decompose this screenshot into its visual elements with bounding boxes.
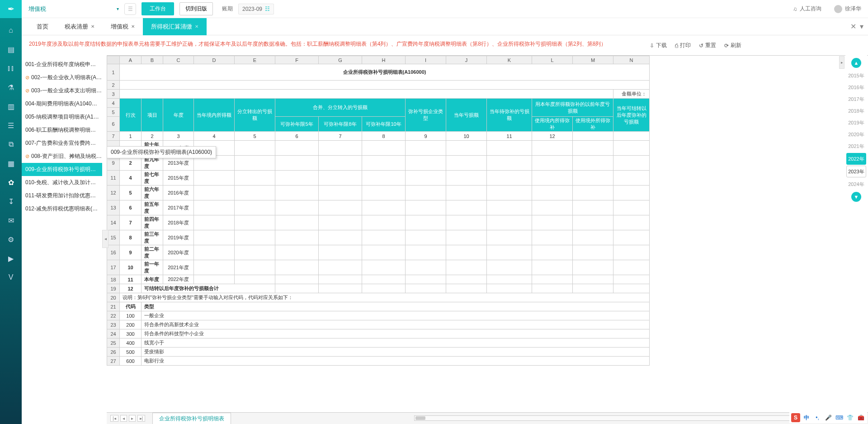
year-item-current[interactable]: 2023年 xyxy=(846,166,866,177)
history-button[interactable]: ☰ xyxy=(124,3,136,15)
sheet-first[interactable]: |◂ xyxy=(110,415,118,422)
year-item[interactable]: 2017年 xyxy=(846,93,866,105)
tab-税表清册[interactable]: 税表清册✕ xyxy=(57,18,103,35)
home-icon[interactable]: ⌂ xyxy=(5,25,16,36)
tree-item[interactable]: 007-广告费和业务宣传费跨… xyxy=(22,137,102,150)
ime-lang[interactable]: 中 xyxy=(802,413,811,422)
headset-icon: ♫ xyxy=(793,6,797,12)
clipboard-icon[interactable]: ▥ xyxy=(5,101,16,112)
tree-item[interactable]: 006-职工薪酬纳税调整明细… xyxy=(22,124,102,137)
reset-button[interactable]: ↺ 重置 xyxy=(699,42,716,49)
v-icon[interactable]: V xyxy=(5,272,16,283)
tree-item[interactable]: ⊘003-一般企业成本支出明细… xyxy=(22,84,102,97)
gear-icon[interactable]: ⚙ xyxy=(5,234,16,245)
year-item[interactable]: 2018年 xyxy=(846,105,866,117)
export-icon[interactable]: ↧ xyxy=(5,196,16,207)
spreadsheet[interactable]: 009-企业所得税弥补亏损明细表(A106000) ABCDEFGHIJKLMN… xyxy=(107,55,868,424)
support-link[interactable]: ♫人工咨询 xyxy=(793,5,821,13)
close-icon[interactable]: ✕ xyxy=(131,24,135,29)
top-bar: 增值税▾ ☰ 工作台 切到旧版 账期 2023-09☷ ♫人工咨询 徐泽华 xyxy=(22,0,868,18)
tabs-bar: 首页税表清册✕增值税✕所得税汇算清缴✕ ✕ ▾ xyxy=(22,18,868,35)
doc-icon[interactable]: ▤ xyxy=(5,44,16,55)
close-icon[interactable]: ✕ xyxy=(91,24,94,29)
tree-item[interactable]: 012-减免所得税优惠明细表(… xyxy=(22,202,102,215)
download-button[interactable]: ⇩ 下载 xyxy=(650,42,667,49)
calendar-icon: ☷ xyxy=(265,6,270,12)
year-item[interactable]: 2019年 xyxy=(846,117,866,129)
sheet-next[interactable]: ▸ xyxy=(129,415,136,422)
warning-icon: ⊘ xyxy=(25,153,29,159)
year-panel-handle[interactable]: ▸ xyxy=(839,56,844,69)
sheet-last[interactable]: ▸| xyxy=(137,415,146,422)
year-item-future[interactable]: 2024年 xyxy=(846,178,866,190)
year-panel: ▲ 2015年2016年2017年2018年2019年2020年2021年 20… xyxy=(845,55,867,203)
period-label: 账期 xyxy=(222,5,233,13)
bag-icon[interactable]: ⚗ xyxy=(5,82,16,93)
close-icon[interactable]: ✕ xyxy=(195,24,198,29)
logo[interactable]: ✒ xyxy=(0,0,22,18)
ime-brand[interactable]: S xyxy=(791,413,800,422)
tree-item[interactable]: 009-企业所得税弥补亏损明… xyxy=(22,163,102,176)
year-up[interactable]: ▲ xyxy=(851,58,861,68)
ime-punct[interactable]: •, xyxy=(813,413,822,422)
tab-首页[interactable]: 首页 xyxy=(28,18,57,35)
tree-item[interactable]: ⊘002-一般企业收入明细表(A… xyxy=(22,71,102,84)
avatar xyxy=(834,5,842,13)
tree-item[interactable]: 001-企业所得税年度纳税申… xyxy=(22,58,102,71)
calendar-icon[interactable]: ▦ xyxy=(5,158,16,169)
ime-toolbox-icon[interactable]: 🧰 xyxy=(856,413,865,422)
year-item-active[interactable]: 2022年 xyxy=(846,153,866,165)
tree-item[interactable]: 010-免税、减计收入及加计… xyxy=(22,176,102,189)
mail-icon[interactable]: ✉ xyxy=(5,215,16,226)
chevron-down-icon: ▾ xyxy=(117,6,119,11)
ime-voice-icon[interactable]: 🎤 xyxy=(824,413,833,422)
ime-keyboard-icon[interactable]: ⌨ xyxy=(835,413,844,422)
chart-icon[interactable]: ⫿⫿ xyxy=(5,63,16,74)
list-icon[interactable]: ☰ xyxy=(5,120,16,131)
tab-overflow[interactable]: ▾ xyxy=(860,22,863,31)
entity-selector[interactable]: 增值税▾ xyxy=(28,5,119,13)
tree-item[interactable]: ⊘008-资产折旧、摊销及纳税… xyxy=(22,150,102,163)
year-item[interactable]: 2015年 xyxy=(846,70,866,81)
warning-icon: ⊘ xyxy=(25,88,29,94)
ime-dock: S 中 •, 🎤 ⌨ 👕 🧰 xyxy=(789,412,867,423)
tree-item[interactable]: 004-期间费用明细表(A1040… xyxy=(22,97,102,110)
sheet-tab[interactable]: 企业所得税弥补亏损明细表 xyxy=(152,413,231,424)
tree-collapse-handle[interactable]: ◂ xyxy=(102,230,108,248)
user-menu[interactable]: 徐泽华 xyxy=(834,5,861,13)
tax-icon[interactable]: ✿ xyxy=(5,177,16,188)
year-item[interactable]: 2021年 xyxy=(846,140,866,152)
year-down[interactable]: ▼ xyxy=(851,192,861,202)
receipt-icon[interactable]: ⧉ xyxy=(5,139,16,150)
tree-item[interactable]: 005-纳税调整项目明细表(A1… xyxy=(22,110,102,124)
tab-所得税汇算清缴[interactable]: 所得税汇算清缴✕ xyxy=(143,18,207,35)
tab-增值税[interactable]: 增值税✕ xyxy=(103,18,143,35)
old-version-button[interactable]: 切到旧版 xyxy=(179,2,213,15)
year-item[interactable]: 2016年 xyxy=(846,81,866,93)
left-nav: ✒ ⌂ ▤ ⫿⫿ ⚗ ▥ ☰ ⧉ ▦ ✿ ↧ ✉ ⚙ ▶ V xyxy=(0,0,22,424)
warning-icon: ⊘ xyxy=(25,75,29,81)
period-picker[interactable]: 2023-09☷ xyxy=(238,4,274,14)
tab-close-all[interactable]: ✕ xyxy=(850,22,856,31)
ime-skin-icon[interactable]: 👕 xyxy=(845,413,854,422)
refresh-button[interactable]: ⟳ 刷新 xyxy=(724,42,741,49)
tree-tooltip: 009-企业所得税弥补亏损明细表(A106000) xyxy=(107,146,216,158)
tree-item[interactable]: 011-研发费用加计扣除优惠… xyxy=(22,189,102,202)
workbench-button[interactable]: 工作台 xyxy=(142,2,174,15)
print-button[interactable]: ⎙ 打印 xyxy=(675,42,691,49)
sheet-prev[interactable]: ◂ xyxy=(120,415,127,422)
year-item[interactable]: 2020年 xyxy=(846,129,866,140)
video-icon[interactable]: ▶ xyxy=(5,253,16,264)
form-tree: 001-企业所得税年度纳税申…⊘002-一般企业收入明细表(A…⊘003-一般企… xyxy=(22,35,102,424)
